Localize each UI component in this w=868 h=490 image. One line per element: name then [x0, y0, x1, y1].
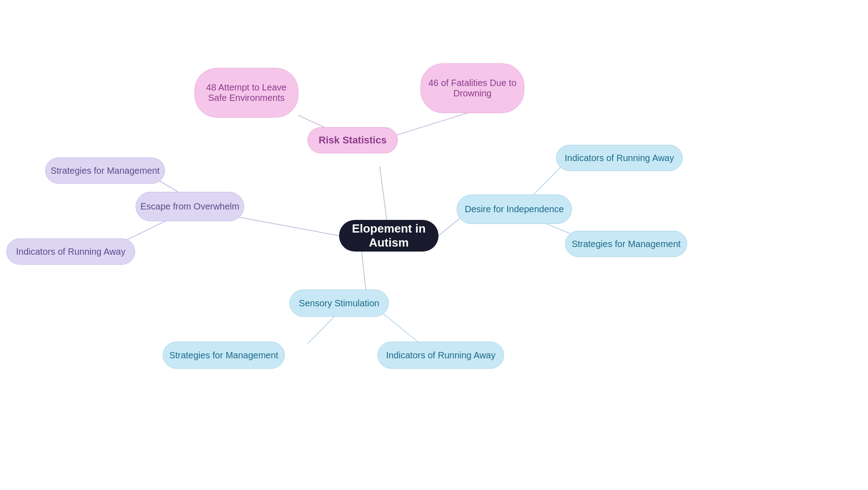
strategies-bottom-left-label: Strategies for Management	[169, 350, 278, 361]
strategies-bottom-left-node[interactable]: Strategies for Management	[163, 342, 285, 369]
center-label: Elopement in Autism	[339, 222, 439, 250]
indicators-bottom-right-node[interactable]: Indicators of Running Away	[377, 342, 504, 369]
risk-statistics-label: Risk Statistics	[319, 134, 387, 146]
fatalities-node[interactable]: 46 of Fatalities Due to Drowning	[420, 63, 524, 113]
risk-statistics-node[interactable]: Risk Statistics	[307, 127, 398, 153]
escape-overwhelm-node[interactable]: Escape from Overwhelm	[136, 192, 244, 221]
strategies-right-label: Strategies for Management	[571, 239, 680, 249]
desire-independence-node[interactable]: Desire for Independence	[457, 195, 572, 224]
sensory-stimulation-node[interactable]: Sensory Stimulation	[289, 290, 389, 317]
strategies-mgmt-left-label: Strategies for Management	[51, 166, 160, 176]
indicators-left-label: Indicators of Running Away	[16, 247, 125, 257]
strategies-right-node[interactable]: Strategies for Management	[565, 231, 687, 257]
center-node[interactable]: Elopement in Autism	[339, 220, 439, 252]
svg-line-2	[362, 252, 366, 294]
attempt-leave-label: 48 Attempt to Leave Safe Environments	[199, 82, 293, 103]
fatalities-label: 46 of Fatalities Due to Drowning	[425, 78, 519, 99]
strategies-mgmt-left-node[interactable]: Strategies for Management	[45, 157, 165, 184]
indicators-top-right-label: Indicators of Running Away	[565, 153, 674, 163]
indicators-left-node[interactable]: Indicators of Running Away	[6, 238, 135, 265]
sensory-stimulation-label: Sensory Stimulation	[299, 298, 379, 309]
escape-overwhelm-label: Escape from Overwhelm	[141, 201, 240, 212]
indicators-top-right-node[interactable]: Indicators of Running Away	[556, 145, 683, 171]
attempt-leave-node[interactable]: 48 Attempt to Leave Safe Environments	[194, 68, 298, 118]
indicators-bottom-right-label: Indicators of Running Away	[386, 350, 495, 361]
desire-independence-label: Desire for Independence	[465, 204, 564, 214]
